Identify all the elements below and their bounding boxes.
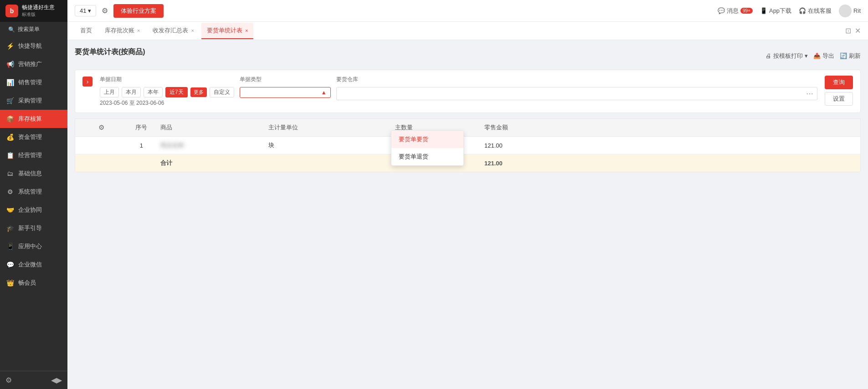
tab-inventory-batch[interactable]: 库存批次账 ×	[99, 23, 145, 39]
col-product: 商品	[155, 119, 263, 137]
filter-expand-button[interactable]: ›	[82, 77, 92, 87]
row-extra	[587, 137, 860, 154]
tab-order-stats-close[interactable]: ×	[245, 28, 248, 33]
online-service-action[interactable]: 🎧 在线客服	[799, 7, 832, 15]
tab-receivable-summary[interactable]: 收发存汇总表 ×	[147, 23, 199, 39]
print-dropdown-arrow: ▾	[805, 52, 808, 59]
date-btn-custom[interactable]: 自定义	[210, 87, 234, 97]
date-btn-this-month[interactable]: 本月	[122, 87, 141, 97]
sidebar-item-quick-nav[interactable]: ⚡ 快捷导航	[0, 37, 67, 55]
tab-home[interactable]: 首页	[75, 23, 98, 39]
col-amount: 零售金额	[479, 119, 587, 137]
type-dropdown: 要货单要货 要货单退货	[391, 130, 464, 166]
warehouse-select[interactable]: ⋯	[336, 87, 817, 100]
row-product: 商品名称	[155, 137, 263, 154]
message-label: 消息	[727, 7, 739, 15]
dropdown-item-order-return[interactable]: 要货单退货	[391, 148, 463, 165]
app-download-action[interactable]: 📱 App下载	[760, 7, 791, 15]
finance-label: 资金管理	[18, 133, 42, 141]
sidebar-item-sales[interactable]: 📊 销售管理	[0, 73, 67, 92]
tab-collapse-icon[interactable]: ⊡	[845, 26, 851, 35]
app-logo: b 畅捷通好生意 标准版	[0, 0, 67, 22]
type-select-arrow: ▲	[321, 89, 327, 96]
export-action[interactable]: 📤 导出	[813, 52, 834, 60]
dropdown-item-order-goods[interactable]: 要货单要货	[391, 131, 463, 148]
finance-icon: 💰	[5, 133, 15, 142]
sidebar-item-system[interactable]: ⚙ 系统管理	[0, 183, 67, 201]
member-icon: 👑	[5, 278, 15, 287]
settings-bottom-icon[interactable]: ⚙	[5, 376, 12, 384]
tab-expand-actions: ⊡ ✕	[845, 26, 861, 35]
sidebar-item-guide[interactable]: 🎓 新手引导	[0, 219, 67, 237]
header-settings-icon[interactable]: ⚙	[102, 6, 108, 15]
col-extra	[587, 119, 860, 137]
sidebar-item-purchase[interactable]: 🛒 采购管理	[0, 92, 67, 110]
dropdown-item-order-goods-label: 要货单要货	[399, 136, 428, 143]
basic-info-label: 基础信息	[18, 169, 42, 178]
footer-num-col	[128, 154, 155, 172]
footer-settings-col	[75, 154, 128, 172]
online-service-label: 在线客服	[808, 7, 832, 15]
service-icon: 🎧	[799, 7, 806, 14]
purchase-label: 采购管理	[18, 97, 42, 105]
trial-button[interactable]: 体验行业方案	[113, 4, 164, 18]
sidebar-item-member[interactable]: 👑 畅会员	[0, 274, 67, 292]
sidebar-item-app-center[interactable]: 📱 应用中心	[0, 237, 67, 256]
date-btn-7days[interactable]: 近7天	[165, 87, 188, 97]
settings-button[interactable]: 设置	[825, 92, 853, 106]
tab-close-all-icon[interactable]: ✕	[855, 26, 861, 35]
collapse-icon[interactable]: ◀▶	[51, 376, 62, 384]
sidebar-item-finance[interactable]: 💰 资金管理	[0, 128, 67, 146]
date-buttons: 上月 本月 本年 近7天 更多 自定义	[100, 87, 234, 97]
search-button[interactable]: 查询	[825, 76, 853, 89]
tab-receivable-summary-close[interactable]: ×	[191, 28, 194, 33]
table-footer: 合计 11.00 121.00	[75, 154, 860, 172]
print-label: 按模板打印	[773, 52, 803, 60]
refresh-label: 刷新	[849, 52, 861, 60]
tab-order-stats[interactable]: 要货单统计表 ×	[201, 23, 253, 39]
app-name: 畅捷通好生意	[22, 4, 55, 11]
logo-icon: b	[5, 5, 18, 17]
filter-row: 单据日期 上月 本月 本年 近7天 更多 自定义 2023-05-06 至 20…	[100, 76, 817, 107]
sidebar-item-inventory[interactable]: 📦 库存核算	[0, 110, 67, 128]
member-label: 畅会员	[18, 279, 36, 287]
top-header: 41 ▾ ⚙ 体验行业方案 💬 消息 99+ 📱 App下载 🎧 在线客服	[67, 0, 868, 22]
warehouse-filter-label: 要货仓库	[336, 76, 817, 83]
sidebar-item-wechat[interactable]: 💬 企业微信	[0, 256, 67, 274]
sidebar-item-marketing[interactable]: 📢 营销推广	[0, 55, 67, 73]
type-filter-group: 单据类型 ▲	[240, 76, 331, 98]
sidebar-item-basic-info[interactable]: 🗂 基础信息	[0, 164, 67, 183]
store-select-arrow: ▾	[88, 7, 91, 14]
app-center-icon: 📱	[5, 242, 15, 251]
sidebar-item-operations[interactable]: 📋 经营管理	[0, 146, 67, 164]
user-name: Rit	[853, 7, 861, 14]
search-menu[interactable]: 🔍 搜索菜单	[0, 22, 67, 37]
row-unit: 块	[263, 137, 389, 154]
date-filter-group: 单据日期 上月 本月 本年 近7天 更多 自定义 2023-05-06 至 20…	[100, 76, 234, 107]
page-title: 要货单统计表(按商品)	[75, 47, 145, 57]
system-icon: ⚙	[5, 187, 15, 196]
store-selector[interactable]: 41 ▾	[75, 5, 96, 16]
export-label: 导出	[822, 52, 834, 60]
sidebar-nav: ⚡ 快捷导航 📢 营销推广 📊 销售管理 🛒 采购管理 📦 库存核算 💰 资金管…	[0, 37, 67, 371]
tab-inventory-batch-close[interactable]: ×	[137, 28, 140, 33]
type-filter-label: 单据类型	[240, 76, 331, 83]
sidebar-item-enterprise[interactable]: 🤝 企业协同	[0, 201, 67, 219]
tab-home-label: 首页	[80, 26, 92, 35]
col-settings[interactable]: ⚙	[75, 119, 128, 137]
date-btn-last-month[interactable]: 上月	[100, 87, 119, 97]
message-action[interactable]: 💬 消息 99+	[718, 7, 753, 15]
search-icon: 🔍	[8, 26, 15, 33]
marketing-label: 营销推广	[18, 60, 42, 68]
system-label: 系统管理	[18, 188, 42, 196]
type-select[interactable]: ▲	[240, 87, 331, 98]
date-more-badge[interactable]: 更多	[190, 87, 207, 97]
filter-panel: › 单据日期 上月 本月 本年 近7天 更多 自定义 2023-05-06 至 …	[75, 70, 861, 113]
refresh-action[interactable]: 🔄 刷新	[840, 52, 861, 60]
sidebar-bottom: ⚙ ◀▶	[0, 371, 67, 389]
refresh-icon: 🔄	[840, 52, 847, 59]
user-profile[interactable]: Rit	[839, 5, 861, 17]
date-btn-this-year[interactable]: 本年	[144, 87, 163, 97]
dropdown-item-order-return-label: 要货单退货	[399, 153, 428, 160]
print-action[interactable]: 🖨 按模板打印 ▾	[765, 52, 808, 60]
